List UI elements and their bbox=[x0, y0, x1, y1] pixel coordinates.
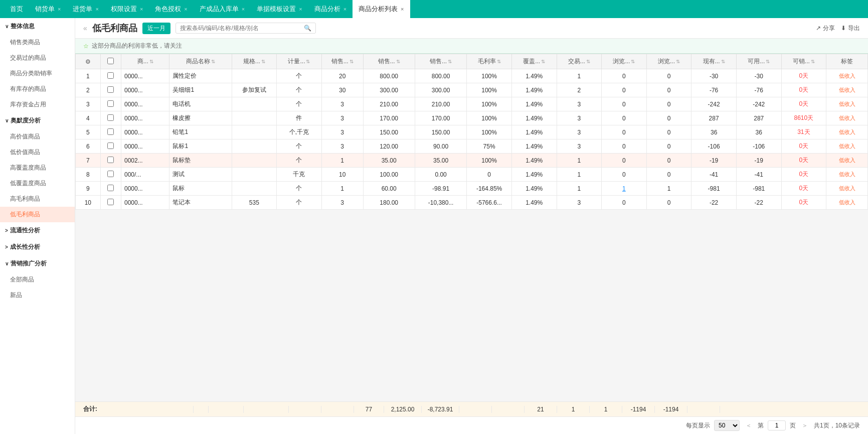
col-browse2[interactable]: 浏览...⇅ bbox=[646, 54, 691, 69]
row-checkbox[interactable] bbox=[100, 182, 121, 196]
sidebar-group-circulation[interactable]: > 流通性分析 bbox=[0, 222, 75, 239]
row-checkbox[interactable] bbox=[100, 69, 121, 83]
row-browse1[interactable]: 1 bbox=[602, 182, 647, 196]
search-input[interactable] bbox=[180, 25, 302, 32]
row-browse2: 0 bbox=[646, 125, 691, 139]
close-icon[interactable]: × bbox=[140, 6, 143, 12]
nav-item-roles[interactable]: 角色授权 × bbox=[149, 0, 193, 18]
row-margin: 1.49% bbox=[511, 111, 557, 125]
nav-item-sales[interactable]: 销货单 × bbox=[29, 0, 67, 18]
row-checkbox[interactable] bbox=[100, 196, 121, 210]
sidebar-item-all-products[interactable]: 全部商品 bbox=[0, 272, 75, 287]
sidebar-item-low-margin[interactable]: 低毛利商品 bbox=[0, 207, 75, 222]
col-usable[interactable]: 可用...⇅ bbox=[736, 54, 781, 69]
col-gross-rate[interactable]: 毛利率⇅ bbox=[467, 54, 512, 69]
col-trade[interactable]: 交易...⇅ bbox=[557, 54, 602, 69]
sidebar-group-overall[interactable]: ∨ 整体信息 bbox=[0, 18, 75, 35]
row-browse1: 0 bbox=[602, 168, 647, 182]
sidebar-group-marketing[interactable]: ∨ 营销推广分析 bbox=[0, 255, 75, 272]
close-icon[interactable]: × bbox=[343, 6, 346, 12]
col-sale-cost[interactable]: 销售...⇅ bbox=[415, 54, 466, 69]
col-code[interactable]: 商...⇅ bbox=[121, 54, 169, 69]
close-icon[interactable]: × bbox=[95, 6, 98, 12]
row-browse2: 0 bbox=[646, 154, 691, 168]
table-row: 9 0000... 鼠标 个 1 60.00 -98.91 -164.85% 1… bbox=[76, 182, 868, 196]
row-checkbox[interactable] bbox=[100, 83, 121, 97]
col-browse1[interactable]: 浏览...⇅ bbox=[602, 54, 647, 69]
sidebar-item-instock[interactable]: 有库存的商品 bbox=[0, 81, 75, 97]
close-icon[interactable]: × bbox=[58, 6, 61, 12]
col-sellable[interactable]: 可销...⇅ bbox=[781, 54, 826, 69]
nav-item-home[interactable]: 首页 bbox=[4, 0, 29, 18]
prev-page[interactable]: ＜ bbox=[744, 421, 754, 430]
nav-item-template[interactable]: 单据模板设置 × bbox=[251, 0, 308, 18]
row-name: 鼠标1 bbox=[169, 139, 232, 154]
sidebar-item-low-value[interactable]: 低价值商品 bbox=[0, 144, 75, 160]
row-browse2: 0 bbox=[646, 83, 691, 97]
sidebar-group-amd[interactable]: ∨ 奥默度分析 bbox=[0, 112, 75, 129]
row-checkbox[interactable] bbox=[100, 139, 121, 154]
per-page-select[interactable]: 50 20 100 bbox=[714, 420, 740, 431]
col-sale-amt[interactable]: 销售...⇅ bbox=[363, 54, 415, 69]
nav-item-product-analysis-list[interactable]: 商品分析列表 × bbox=[353, 0, 410, 18]
sidebar-item-sales-products[interactable]: 销售类商品 bbox=[0, 35, 75, 50]
col-tag[interactable]: 标签 bbox=[826, 54, 868, 69]
row-usable: -22 bbox=[736, 196, 781, 210]
close-icon[interactable]: × bbox=[299, 6, 302, 12]
period-button[interactable]: 近一月 bbox=[142, 23, 170, 34]
sidebar-item-traded-products[interactable]: 交易过的商品 bbox=[0, 50, 75, 66]
row-margin: 1.49% bbox=[511, 182, 557, 196]
row-checkbox[interactable] bbox=[100, 154, 121, 168]
select-all-checkbox[interactable] bbox=[107, 58, 114, 64]
col-qty[interactable]: 销售...⇅ bbox=[321, 54, 363, 69]
row-name: 测试 bbox=[169, 168, 232, 182]
sidebar-item-stock-capital[interactable]: 库存资金占用 bbox=[0, 97, 75, 112]
row-spec bbox=[232, 154, 277, 168]
nav-item-product-entry[interactable]: 产成品入库单 × bbox=[194, 0, 251, 18]
col-unit[interactable]: 计量...⇅ bbox=[277, 54, 322, 69]
row-checkbox[interactable] bbox=[100, 111, 121, 125]
row-browse1: 0 bbox=[602, 69, 647, 83]
row-sale-cost: 35.00 bbox=[415, 154, 466, 168]
row-checkbox[interactable] bbox=[100, 125, 121, 139]
col-name[interactable]: 商品名称⇅ bbox=[169, 54, 232, 69]
row-name: 电话机 bbox=[169, 97, 232, 111]
sidebar-item-high-margin[interactable]: 高毛利商品 bbox=[0, 191, 75, 207]
row-unit: 个 bbox=[277, 139, 322, 154]
next-page[interactable]: ＞ bbox=[800, 421, 810, 430]
row-checkbox[interactable] bbox=[100, 97, 121, 111]
table-container[interactable]: ⚙ 商...⇅ 商品名称⇅ 规格...⇅ 计量...⇅ 销售...⇅ 销售...… bbox=[75, 54, 868, 401]
col-current[interactable]: 现有...⇅ bbox=[691, 54, 737, 69]
col-settings[interactable]: ⚙ bbox=[76, 54, 101, 69]
nav-item-permissions[interactable]: 权限设置 × bbox=[105, 0, 149, 18]
row-no: 1 bbox=[76, 69, 101, 83]
nav-item-product-analysis[interactable]: 商品分析 × bbox=[308, 0, 353, 18]
nav-item-purchase[interactable]: 进货单 × bbox=[67, 0, 104, 18]
row-spec bbox=[232, 168, 277, 182]
export-button[interactable]: ⬇ 导出 bbox=[841, 24, 860, 33]
sidebar-group-growth[interactable]: > 成长性分析 bbox=[0, 239, 75, 255]
sidebar-item-category-rate[interactable]: 商品分类助销率 bbox=[0, 66, 75, 81]
row-sale-cost: 90.00 bbox=[415, 139, 466, 154]
row-current: 287 bbox=[691, 111, 737, 125]
col-coverage[interactable]: 覆盖...⇅ bbox=[511, 54, 557, 69]
row-qty: 30 bbox=[321, 83, 363, 97]
row-trade: 3 bbox=[557, 125, 602, 139]
row-browse2: 0 bbox=[646, 196, 691, 210]
search-icon[interactable]: 🔍 bbox=[304, 25, 311, 32]
sidebar-item-high-coverage[interactable]: 高覆盖度商品 bbox=[0, 160, 75, 176]
row-checkbox[interactable] bbox=[100, 168, 121, 182]
sidebar-item-high-value[interactable]: 高价值商品 bbox=[0, 129, 75, 144]
share-button[interactable]: ↗ 分享 bbox=[816, 24, 835, 33]
close-icon[interactable]: × bbox=[401, 6, 404, 12]
row-sale-amt: 120.00 bbox=[363, 139, 415, 154]
sidebar-item-low-coverage[interactable]: 低覆盖度商品 bbox=[0, 176, 75, 191]
collapse-button[interactable]: « bbox=[83, 24, 87, 32]
close-icon[interactable]: × bbox=[242, 6, 245, 12]
close-icon[interactable]: × bbox=[184, 6, 187, 12]
page-number-input[interactable] bbox=[768, 420, 786, 430]
row-no: 3 bbox=[76, 97, 101, 111]
col-checkbox[interactable] bbox=[100, 54, 121, 69]
col-spec[interactable]: 规格...⇅ bbox=[232, 54, 277, 69]
sidebar-item-new-products[interactable]: 新品 bbox=[0, 287, 75, 303]
